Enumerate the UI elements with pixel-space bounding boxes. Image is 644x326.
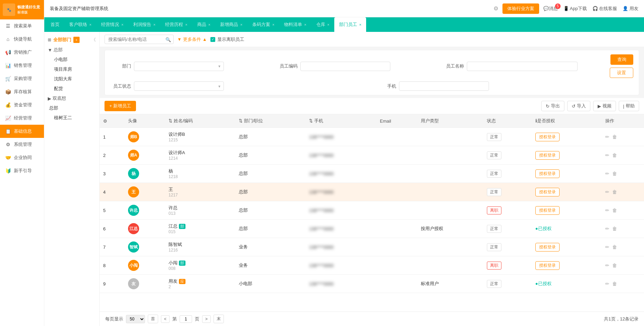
user-avatar[interactable]: 👤 用友: [623, 6, 638, 12]
dept-item-distribution[interactable]: 配货: [44, 84, 99, 94]
emp-name-input[interactable]: [467, 62, 578, 71]
next-page-button[interactable]: >: [202, 315, 211, 323]
close-dept-staff-tab[interactable]: ×: [359, 23, 361, 27]
delete-icon[interactable]: 🗑: [612, 171, 617, 176]
sidebar-item-operation[interactable]: 📈经营管理: [0, 112, 44, 125]
prev-page-button[interactable]: <: [161, 315, 170, 323]
app-download[interactable]: 📱 App下载: [563, 6, 587, 12]
sidebar-item-sales[interactable]: 📊销售管理: [0, 59, 44, 72]
delete-icon[interactable]: 🗑: [612, 281, 617, 287]
add-employee-button[interactable]: + 新增员工: [105, 101, 136, 111]
col-phone[interactable]: ⇅ 手机: [306, 114, 377, 128]
online-service[interactable]: 🎧 在线客服: [592, 6, 617, 12]
delete-icon[interactable]: 🗑: [612, 152, 617, 158]
first-page-button[interactable]: 首: [148, 315, 158, 323]
dept-item-general-parent[interactable]: ▼ 总部: [44, 45, 99, 55]
trial-button[interactable]: 体验行业方案: [502, 3, 539, 14]
edit-icon[interactable]: ✏: [605, 244, 609, 250]
close-goods-tab[interactable]: ×: [208, 23, 210, 27]
edit-icon[interactable]: ✏: [605, 226, 609, 231]
authorize-button[interactable]: 授权登录: [535, 169, 560, 178]
delete-icon[interactable]: 🗑: [612, 208, 617, 213]
delete-icon[interactable]: 🗑: [612, 226, 617, 231]
page-number-input[interactable]: [180, 315, 192, 323]
delete-icon[interactable]: 🗑: [612, 263, 617, 268]
delete-icon[interactable]: 🗑: [612, 189, 617, 195]
query-button[interactable]: 查询: [610, 54, 633, 65]
tab-home[interactable]: 首页: [46, 17, 64, 32]
close-warehouse-tab[interactable]: ×: [327, 23, 329, 27]
close-profit-tab[interactable]: ×: [153, 23, 155, 27]
delete-icon[interactable]: 🗑: [612, 244, 617, 250]
edit-icon[interactable]: ✏: [605, 208, 609, 213]
dept-add-icon[interactable]: +: [73, 37, 80, 43]
edit-icon[interactable]: ✏: [605, 171, 609, 176]
sidebar-item-system[interactable]: ⚙系统管理: [0, 138, 44, 151]
authorize-button[interactable]: 授权登录: [535, 261, 560, 270]
dept-item-plantking[interactable]: 植树王二: [44, 113, 99, 123]
dept-item-biandui[interactable]: ▶ 双底想: [44, 94, 99, 103]
edit-icon[interactable]: ✏: [605, 152, 609, 158]
sidebar-item-quicknav[interactable]: ⌂快捷导航: [0, 33, 44, 46]
dept-item-zongbu2[interactable]: 总部: [44, 103, 99, 113]
sidebar-item-corp[interactable]: 🤝企业协同: [0, 151, 44, 164]
settings-icon[interactable]: ⚙: [493, 5, 498, 12]
tab-dept-staff[interactable]: 部门员工 ×: [334, 17, 366, 32]
sidebar-item-purchase[interactable]: 🛒采购管理: [0, 72, 44, 85]
import-button[interactable]: ↺ 导入: [567, 101, 590, 111]
sidebar-item-basic[interactable]: 📋基础信息: [0, 125, 44, 138]
authorize-button[interactable]: 授权登录: [535, 206, 560, 215]
edit-icon[interactable]: ✏: [605, 281, 609, 287]
sidebar-item-marketing[interactable]: 📢营销推广: [0, 46, 44, 59]
phone-input[interactable]: [399, 81, 489, 91]
tab-operation-process[interactable]: 经营历程 ×: [160, 17, 192, 32]
col-name-code[interactable]: ⇅ 姓名/编码: [165, 114, 235, 128]
authorize-button[interactable]: 授权登录: [535, 243, 560, 252]
dept-item-small-elec[interactable]: 小电部: [44, 55, 99, 64]
set-button[interactable]: 设置: [610, 68, 633, 78]
close-op-process-tab[interactable]: ×: [185, 23, 187, 27]
tab-new-goods[interactable]: 新增商品 ×: [215, 17, 247, 32]
show-resigned-checkbox[interactable]: ✓: [210, 37, 215, 42]
tab-goods[interactable]: 商品 ×: [192, 17, 215, 32]
collapse-tree-icon[interactable]: 《: [91, 37, 96, 43]
edit-icon[interactable]: ✏: [605, 134, 609, 140]
more-filter-button[interactable]: ▼ 更多条件 ▲: [177, 36, 207, 43]
per-page-select[interactable]: 50 100: [126, 315, 145, 323]
emp-code-input[interactable]: [300, 62, 390, 71]
tab-warehouse[interactable]: 仓库 ×: [311, 17, 334, 32]
dept-item-shenyang[interactable]: 沈阳大库: [44, 74, 99, 84]
view-button[interactable]: ▶ 视频: [593, 101, 616, 111]
sidebar-item-guide[interactable]: 🔰新手引导: [0, 164, 44, 177]
close-new-goods-tab[interactable]: ×: [240, 23, 242, 27]
col-settings[interactable]: ⚙: [100, 114, 125, 128]
export-button[interactable]: ↻ 导出: [541, 101, 564, 111]
tab-material[interactable]: 物料清单 ×: [279, 17, 311, 32]
search-input[interactable]: [105, 35, 174, 44]
empstatus-select[interactable]: [134, 81, 224, 91]
authorize-button[interactable]: 授权登录: [535, 188, 560, 196]
tab-operation-stat[interactable]: 经营情况 ×: [96, 17, 128, 32]
close-customer-tab[interactable]: ×: [89, 23, 91, 27]
tab-profit[interactable]: 利润报告 ×: [128, 17, 160, 32]
authorize-button[interactable]: 授权登录: [535, 133, 560, 141]
authorize-button[interactable]: 授权登录: [535, 151, 560, 160]
dept-select[interactable]: [134, 62, 224, 71]
close-op-stat-tab[interactable]: ×: [121, 23, 123, 27]
delete-icon[interactable]: 🗑: [612, 134, 617, 140]
dept-tree-all-label[interactable]: 全部部门: [53, 37, 71, 43]
dept-item-project[interactable]: 项目库房: [44, 64, 99, 74]
edit-icon[interactable]: ✏: [605, 189, 609, 195]
close-material-tab[interactable]: ×: [304, 23, 306, 27]
last-page-button[interactable]: 末: [214, 315, 224, 323]
close-barcode-tab[interactable]: ×: [272, 23, 274, 27]
edit-icon[interactable]: ✏: [605, 263, 609, 268]
tab-barcode[interactable]: 条码方案 ×: [247, 17, 279, 32]
sidebar-item-stock[interactable]: 📦库存核算: [0, 85, 44, 98]
message-badge[interactable]: 💬 消息 5: [543, 6, 558, 12]
sidebar-item-finance[interactable]: 💰资金管理: [0, 98, 44, 112]
help-button[interactable]: | 帮助: [619, 101, 639, 111]
tab-customer[interactable]: 客户联络 ×: [64, 17, 96, 32]
col-dept-pos[interactable]: ⇅ 部门/职位: [235, 114, 306, 128]
sidebar-item-search[interactable]: ☰搜索菜单: [0, 19, 44, 33]
